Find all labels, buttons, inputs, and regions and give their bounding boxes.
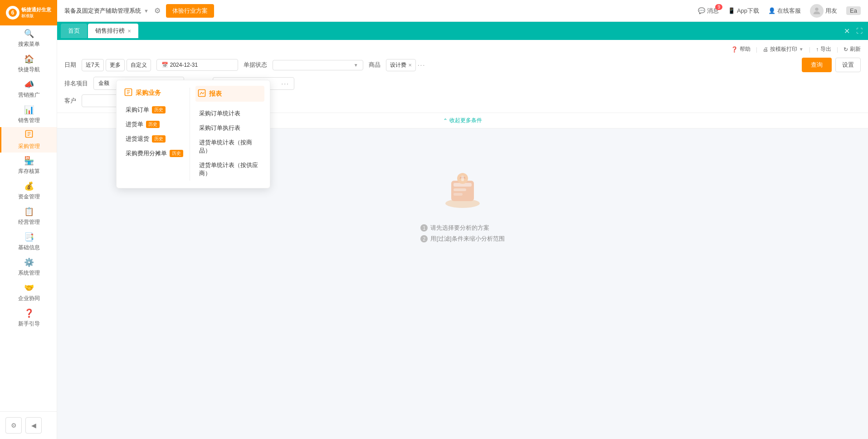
order-status-select[interactable]: ▼ bbox=[273, 60, 363, 70]
collapse-button[interactable]: ⌃ 收起更多条件 bbox=[443, 117, 482, 124]
finance-icon: 💰 bbox=[24, 181, 34, 191]
query-button[interactable]: 查询 bbox=[802, 58, 832, 72]
sidebar-item-label: 基础信息 bbox=[18, 244, 40, 252]
system-icon: ⚙️ bbox=[24, 257, 34, 267]
dropdown-item-order-exec[interactable]: 采购订单执行表 bbox=[197, 121, 263, 135]
tabbar-expand-icon[interactable]: ⛶ bbox=[854, 27, 864, 35]
history-badge-3: 历史 bbox=[170, 150, 183, 157]
service-button[interactable]: 👤 在线客服 bbox=[768, 7, 801, 15]
col2-header: 报表 bbox=[195, 86, 265, 102]
marketing-icon: 📣 bbox=[24, 79, 34, 89]
enterprise-icon: 🤝 bbox=[24, 283, 34, 293]
dropdown-item-expense[interactable]: 采购费用分摊单 历史 bbox=[124, 146, 190, 161]
dropdown-item-return[interactable]: 进货退货 历史 bbox=[124, 132, 190, 146]
topbar-title: 装备及固定资产辅助管理系统 ▼ bbox=[64, 7, 149, 15]
print-button[interactable]: 🖨 按模板打印 ▼ bbox=[763, 45, 804, 53]
tab-home[interactable]: 首页 bbox=[61, 24, 87, 38]
main: 装备及固定资产辅助管理系统 ▼ ⚙ 体验行业方案 💬 消息 9 📱 App下载 … bbox=[57, 0, 868, 439]
sidebar-item-basic[interactable]: 📑 基础信息 bbox=[0, 229, 57, 254]
sidebar-item-sales[interactable]: 📊 销售管理 bbox=[0, 102, 57, 127]
sidebar-item-label: 搜索菜单 bbox=[18, 40, 40, 48]
tabbar: 首页 销售排行榜 ✕ ✕ ⛶ bbox=[57, 22, 868, 40]
tab-sales-rank[interactable]: 销售排行榜 ✕ bbox=[88, 24, 138, 38]
tab-close-icon[interactable]: ✕ bbox=[127, 29, 131, 34]
history-badge-1: 历史 bbox=[146, 121, 160, 128]
dropdown-item-purchase-order[interactable]: 采购订单 历史 bbox=[124, 103, 190, 117]
tab-home-label: 首页 bbox=[68, 27, 80, 35]
incoming-label: 进货单 bbox=[126, 120, 143, 128]
dropdown-item-order-stats[interactable]: 采购订单统计表 bbox=[197, 106, 263, 121]
message-icon: 💬 bbox=[698, 7, 705, 14]
sidebar-item-marketing[interactable]: 📣 营销推广 bbox=[0, 76, 57, 102]
goods-tag-remove-icon[interactable]: ✕ bbox=[408, 63, 412, 68]
print-arrow-icon: ▼ bbox=[799, 47, 804, 52]
sidebar-collapse-button[interactable]: ◀ bbox=[25, 417, 42, 434]
sidebar: 6 畅捷通好生意 标准版 🔍 搜索菜单 🏠 快捷导航 📣 营销推广 📊 销售管理… bbox=[0, 0, 57, 439]
svg-rect-8 bbox=[454, 193, 463, 196]
tabbar-close-icon[interactable]: ✕ bbox=[840, 27, 853, 35]
sidebar-item-guide[interactable]: ❓ 新手引导 bbox=[0, 305, 57, 330]
divider: | bbox=[756, 46, 757, 53]
content: ❓ 帮助 | 🖨 按模板打印 ▼ | ↑ 导出 | bbox=[57, 40, 868, 439]
sidebar-item-label: 采购管理 bbox=[18, 143, 40, 150]
sidebar-bottom: ⚙ ◀ bbox=[0, 411, 57, 439]
app-download-button[interactable]: 📱 App下载 bbox=[728, 7, 759, 15]
print-icon: 🖨 bbox=[763, 46, 768, 53]
date-input[interactable]: 📅 2024-12-31 bbox=[156, 59, 238, 71]
empty-tip-1: 1 请先选择要分析的方案 bbox=[420, 224, 504, 232]
sidebar-item-purchase[interactable]: 采购管理 bbox=[0, 127, 57, 153]
svg-point-3 bbox=[815, 7, 818, 10]
sidebar-item-finance[interactable]: 💰 资金管理 bbox=[0, 178, 57, 203]
dropdown-item-incoming-stats-goods[interactable]: 进货单统计表（按商品） bbox=[197, 135, 263, 158]
date-shortcut-custom[interactable]: 自定义 bbox=[127, 59, 151, 71]
date-shortcut-7days[interactable]: 近7天 bbox=[82, 59, 104, 71]
goods-more-dots[interactable]: ··· bbox=[418, 61, 426, 69]
tip-num-2: 2 bbox=[420, 235, 428, 242]
purchase-order-label: 采购订单 bbox=[126, 106, 149, 114]
empty-tip-2: 2 用[过滤]条件来缩小分析范围 bbox=[420, 235, 504, 243]
action-buttons: 查询 设置 bbox=[802, 58, 861, 72]
guide-icon: ❓ bbox=[24, 308, 34, 318]
collapse-label: 收起更多条件 bbox=[449, 117, 482, 124]
select-arrow-icon: ▼ bbox=[354, 63, 358, 68]
dropdown-item-incoming[interactable]: 进货单 历史 bbox=[124, 117, 190, 132]
dropdown-columns: 采购业务 采购订单 历史 进货单 历史 进货退货 历史 bbox=[124, 88, 263, 181]
expense-label: 采购费用分摊单 bbox=[126, 149, 167, 158]
export-button[interactable]: ↑ 导出 bbox=[816, 45, 831, 53]
divider3: | bbox=[837, 46, 838, 53]
order-exec-label: 采购订单执行表 bbox=[199, 124, 240, 132]
sidebar-item-inventory[interactable]: 🏪 库存核算 bbox=[0, 153, 57, 178]
col1-header-label: 采购业务 bbox=[136, 89, 161, 97]
sidebar-item-label: 系统管理 bbox=[18, 269, 40, 277]
operations-icon: 📋 bbox=[24, 207, 34, 217]
sidebar-settings-button[interactable]: ⚙ bbox=[5, 417, 22, 434]
date-value: 2024-12-31 bbox=[170, 62, 198, 68]
industry-button[interactable]: 体验行业方案 bbox=[166, 4, 214, 18]
goods-tag-label: 设计费 bbox=[390, 61, 406, 69]
sidebar-item-search[interactable]: 🔍 搜索菜单 bbox=[0, 25, 57, 51]
staff-dots[interactable]: ··· bbox=[281, 80, 289, 87]
sidebar-item-label: 营销推广 bbox=[18, 91, 40, 99]
topbar-right: 💬 消息 9 📱 App下载 👤 在线客服 用友 Ea bbox=[698, 4, 861, 18]
basic-icon: 📑 bbox=[24, 232, 34, 242]
sidebar-item-operations[interactable]: 📋 经营管理 bbox=[0, 203, 57, 229]
dropdown-item-incoming-stats-supplier[interactable]: 进货单统计表（按供应商） bbox=[197, 158, 263, 181]
refresh-button[interactable]: ↻ 刷新 bbox=[844, 45, 861, 53]
date-label: 日期 bbox=[64, 61, 76, 69]
sidebar-item-label: 快捷导航 bbox=[18, 66, 40, 74]
dropdown-menu: 采购业务 采购订单 历史 进货单 历史 进货退货 历史 bbox=[116, 80, 270, 188]
avatar bbox=[810, 4, 824, 18]
help-button[interactable]: ❓ 帮助 bbox=[731, 45, 751, 53]
user-button[interactable]: 用友 bbox=[810, 4, 837, 18]
sidebar-item-system[interactable]: ⚙️ 系统管理 bbox=[0, 254, 57, 280]
sidebar-item-enterprise[interactable]: 🤝 企业协同 bbox=[0, 280, 57, 305]
history-badge-0: 历史 bbox=[152, 106, 166, 113]
tip-text-1: 请先选择要分析的方案 bbox=[430, 224, 489, 232]
tip-text-2: 用[过滤]条件来缩小分析范围 bbox=[430, 235, 504, 243]
topbar-settings-icon[interactable]: ⚙ bbox=[154, 6, 161, 15]
goods-tag[interactable]: 设计费 ✕ bbox=[386, 59, 416, 71]
settings-button[interactable]: 设置 bbox=[835, 58, 861, 72]
sidebar-item-nav[interactable]: 🏠 快捷导航 bbox=[0, 51, 57, 76]
date-shortcut-more[interactable]: 更多 bbox=[106, 59, 125, 71]
message-button[interactable]: 💬 消息 9 bbox=[698, 7, 719, 15]
